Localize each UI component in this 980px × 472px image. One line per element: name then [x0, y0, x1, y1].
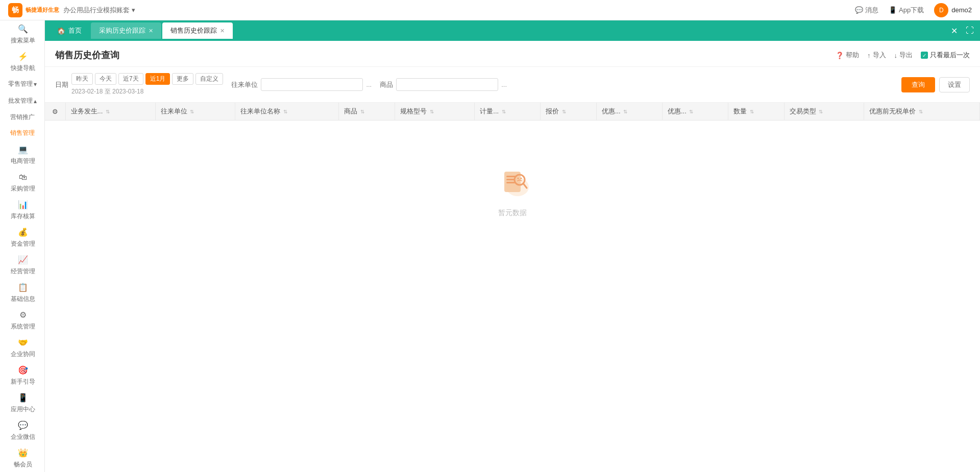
- sort-icon: ⇅: [819, 109, 823, 114]
- sidebar-item-inventory[interactable]: 📊 库存核算: [0, 196, 44, 224]
- export-button[interactable]: ↓ 导出: [894, 51, 913, 60]
- th-goods[interactable]: 商品 ⇅: [339, 103, 395, 121]
- sidebar: 🔍 搜索菜单 ⚡ 快捷导航 零售管理 ▾ 批发管理 ▴ 营销推广 销售管理 💻 …: [0, 20, 45, 472]
- retail-text: 零售管理: [8, 80, 33, 88]
- settings-button[interactable]: 设置: [939, 77, 970, 92]
- th-trade-type[interactable]: 交易类型 ⇅: [784, 103, 864, 121]
- download-icon: 📱: [889, 6, 897, 14]
- only-last-checkbox-label[interactable]: ✓ 只看最后一次: [921, 51, 970, 60]
- date-btn-1month[interactable]: 近1月: [145, 73, 170, 85]
- date-btn-yesterday[interactable]: 昨天: [71, 73, 93, 85]
- th-discount2-label: 优惠...: [668, 107, 687, 115]
- top-bar: 畅 畅捷通好生意 办公用品行业模拟账套 ▾ 💬 消息 📱 App下载 D dem…: [0, 0, 980, 20]
- sidebar-item-apps-label: 应用中心: [11, 405, 35, 414]
- sidebar-item-marketing[interactable]: 营销推广: [0, 109, 44, 125]
- th-quantity-label: 数量: [733, 107, 747, 115]
- th-discount2[interactable]: 优惠... ⇅: [662, 103, 728, 121]
- partner-dots[interactable]: ...: [366, 81, 372, 88]
- date-btn-7days[interactable]: 近7天: [118, 73, 143, 85]
- date-filter-col: 昨天 今天 近7天 近1月 更多 自定义 2023-02-18 至 2023-0…: [71, 73, 223, 96]
- th-trade-type-label: 交易类型: [790, 107, 816, 115]
- sidebar-item-search[interactable]: 🔍 搜索菜单: [0, 20, 44, 48]
- tab-close-all-icon[interactable]: ✕: [949, 24, 960, 38]
- th-pre-tax-price[interactable]: 优惠前无税单价 ⇅: [864, 103, 979, 121]
- th-price[interactable]: 报价 ⇅: [541, 103, 596, 121]
- sidebar-item-basic[interactable]: 📋 基础信息: [0, 279, 44, 306]
- query-button[interactable]: 查询: [901, 77, 935, 92]
- date-btn-custom[interactable]: 自定义: [195, 73, 223, 85]
- date-btn-more[interactable]: 更多: [172, 73, 193, 85]
- sidebar-item-member[interactable]: 👑 畅会员: [0, 444, 44, 472]
- sidebar-item-search-label: 搜索菜单: [11, 36, 35, 45]
- app-selector[interactable]: 办公用品行业模拟账套 ▾: [63, 6, 135, 15]
- tab-home[interactable]: 🏠 首页: [49, 22, 90, 39]
- enterprise-icon: 🤝: [18, 337, 28, 348]
- sidebar-item-shortcut[interactable]: ⚡ 快捷导航: [0, 48, 44, 76]
- app-selector-label: 办公用品行业模拟账套: [63, 6, 130, 15]
- sort-icon: ⇅: [750, 109, 754, 114]
- msg-button[interactable]: 💬 消息: [855, 6, 878, 15]
- filter-actions: 查询 设置: [901, 77, 970, 92]
- th-partner-code-label: 往来单位: [161, 107, 187, 115]
- export-icon: ↓: [894, 52, 898, 59]
- th-discount1[interactable]: 优惠... ⇅: [596, 103, 662, 121]
- th-quantity[interactable]: 数量 ⇅: [728, 103, 784, 121]
- sidebar-item-purchase[interactable]: 🛍 采购管理: [0, 169, 44, 196]
- th-goods-label: 商品: [344, 107, 357, 115]
- purchase-icon: 🛍: [19, 172, 27, 183]
- sidebar-item-system[interactable]: ⚙ 系统管理: [0, 306, 44, 334]
- table-area: ⚙ 业务发生... ⇅ 往来单位 ⇅ 往来单位名称: [45, 103, 980, 472]
- checkbox-checked-icon: ✓: [921, 52, 928, 59]
- sidebar-item-sales-mgmt[interactable]: 销售管理: [0, 125, 44, 141]
- help-icon: ❓: [836, 52, 844, 59]
- date-range-display: 2023-02-18 至 2023-03-18: [71, 87, 223, 96]
- wholesale-sub-items: 营销推广 销售管理: [0, 109, 44, 141]
- sidebar-item-finance[interactable]: 💰 资金管理: [0, 224, 44, 251]
- operations-icon: 📈: [18, 254, 28, 266]
- date-buttons: 昨天 今天 近7天 近1月 更多 自定义: [71, 73, 223, 85]
- tab-bar: 🏠 首页 采购历史价跟踪 ✕ 销售历史价跟踪 ✕ ✕ ⛶: [45, 20, 980, 41]
- chevron-down-icon: ▾: [132, 6, 135, 14]
- main-layout: 🔍 搜索菜单 ⚡ 快捷导航 零售管理 ▾ 批发管理 ▴ 营销推广 销售管理 💻 …: [0, 20, 980, 472]
- tab-purchase-history[interactable]: 采购历史价跟踪 ✕: [91, 22, 161, 39]
- sidebar-item-enterprise[interactable]: 🤝 企业协同: [0, 334, 44, 362]
- app-download-button[interactable]: 📱 App下载: [889, 6, 924, 15]
- sidebar-item-newbie[interactable]: 🎯 新手引导: [0, 362, 44, 389]
- partner-label: 往来单位: [231, 80, 258, 89]
- import-label: 导入: [873, 51, 886, 60]
- th-spec[interactable]: 规格型号 ⇅: [395, 103, 474, 121]
- date-filter-label: 日期: [55, 80, 68, 89]
- user-name: demo2: [951, 6, 972, 14]
- tab-maximize-icon[interactable]: ⛶: [964, 24, 976, 37]
- partner-filter-group: 往来单位 ...: [231, 78, 372, 91]
- inventory-icon: 📊: [18, 199, 28, 210]
- tab-sales-close-icon[interactable]: ✕: [220, 28, 225, 34]
- sidebar-item-wechat[interactable]: 💬 企业微信: [0, 417, 44, 444]
- import-button[interactable]: ↑ 导入: [867, 51, 886, 60]
- th-biz-date-label: 业务发生...: [71, 107, 103, 115]
- tab-sales-history[interactable]: 销售历史价跟踪 ✕: [162, 22, 233, 39]
- partner-input[interactable]: [261, 78, 363, 91]
- th-unit[interactable]: 计量... ⇅: [475, 103, 541, 121]
- sort-icon: ⇅: [430, 109, 434, 114]
- sidebar-item-ecommerce[interactable]: 💻 电商管理: [0, 141, 44, 169]
- sidebar-item-operations[interactable]: 📈 经营管理: [0, 251, 44, 279]
- goods-input[interactable]: [396, 78, 498, 91]
- th-partner-code[interactable]: 往来单位 ⇅: [155, 103, 235, 121]
- th-partner-name[interactable]: 往来单位名称 ⇅: [235, 103, 338, 121]
- user-area[interactable]: D demo2: [934, 3, 972, 17]
- th-settings[interactable]: ⚙: [45, 103, 65, 121]
- tab-home-label: 首页: [68, 26, 82, 35]
- goods-dots[interactable]: ...: [501, 81, 507, 88]
- sort-icon: ⇅: [623, 109, 627, 114]
- sort-icon: ⇅: [106, 109, 110, 114]
- sidebar-item-wholesale[interactable]: 批发管理 ▴: [0, 92, 44, 109]
- tab-purchase-close-icon[interactable]: ✕: [149, 28, 153, 34]
- help-button[interactable]: ❓ 帮助: [836, 51, 859, 60]
- date-btn-today[interactable]: 今天: [95, 73, 116, 85]
- sidebar-item-apps[interactable]: 📱 应用中心: [0, 389, 44, 417]
- th-biz-date[interactable]: 业务发生... ⇅: [65, 103, 155, 121]
- avatar: D: [934, 3, 948, 17]
- goods-label: 商品: [380, 80, 393, 89]
- sidebar-item-retail[interactable]: 零售管理 ▾: [0, 76, 44, 92]
